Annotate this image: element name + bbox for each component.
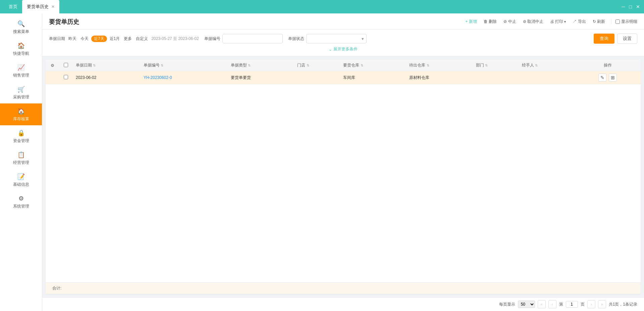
- col-handler[interactable]: 经手人 ⇅: [519, 60, 575, 71]
- sidebar-item-finance[interactable]: 🔒 资金管理: [0, 125, 42, 147]
- page-label: 页: [581, 302, 585, 307]
- page-number-input[interactable]: [566, 301, 578, 308]
- cancel-stop-button[interactable]: ⊘ 取消中止: [521, 17, 545, 26]
- row-doc-no-link[interactable]: YH-20230602-0: [144, 75, 172, 80]
- delete-button[interactable]: 🗑 删除: [482, 17, 499, 26]
- table-footer: 合计:: [46, 282, 641, 294]
- tab-history-label: 要货单历史: [27, 4, 49, 10]
- sort-dept-icon: ⇅: [485, 63, 488, 67]
- col-store[interactable]: 门店 ⇅: [294, 60, 340, 71]
- row-delete-button[interactable]: ⊞: [609, 74, 617, 82]
- page-first-button[interactable]: «: [538, 300, 546, 308]
- add-label: + 新增: [466, 19, 477, 25]
- tab-history[interactable]: 要货单历史 ✕: [22, 0, 59, 13]
- col-operations: 操作: [575, 60, 641, 71]
- page-last-button[interactable]: »: [598, 300, 606, 308]
- col-pending-warehouse[interactable]: 待出仓库 ⇅: [406, 60, 472, 71]
- table-row[interactable]: 2023-06-02 YH-20230602-0 要货单要货 车间库 原材料仓库: [46, 71, 641, 84]
- show-detail-toggle[interactable]: 显示明细: [615, 19, 637, 25]
- row-checkbox[interactable]: [64, 75, 68, 79]
- tab-close-icon[interactable]: ✕: [51, 4, 55, 9]
- table-area: ⚙ 单据日期 ⇅ 单据编号 ⇅: [46, 60, 641, 282]
- col-date[interactable]: 单据日期 ⇅: [72, 60, 140, 71]
- home-icon: 🏠: [17, 42, 25, 49]
- refresh-label: ↻ 刷新: [593, 19, 605, 25]
- sidebar-item-sales[interactable]: 📈 销售管理: [0, 60, 42, 82]
- col-doc-no[interactable]: 单据编号 ⇅: [140, 60, 227, 71]
- sidebar-item-system-label: 系统管理: [13, 204, 29, 209]
- status-filter: 单据状态: [288, 34, 367, 43]
- sidebar-item-system[interactable]: ⚙ 系统管理: [0, 191, 42, 213]
- sidebar-item-basic[interactable]: 📝 基础信息: [0, 169, 42, 191]
- page-input-label: 第: [559, 302, 563, 307]
- doc-no-label: 单据编号: [204, 36, 220, 42]
- sidebar-item-purchase[interactable]: 🛒 采购管理: [0, 82, 42, 103]
- sidebar: 🔍 搜索菜单 🏠 快捷导航 📈 销售管理 🛒 采购管理 🏠 库存核算 🔒 资金管…: [0, 13, 42, 311]
- status-select[interactable]: [306, 34, 367, 43]
- page-size-select[interactable]: 50 10 20 100: [518, 301, 535, 308]
- date-btn-custom[interactable]: 自定义: [135, 36, 149, 42]
- sidebar-item-nav[interactable]: 🏠 快捷导航: [0, 38, 42, 60]
- page-header: 要货单历史 + 新增 🗑 删除 ⊘ 中止 ⊘ 取消中止 🖨 打印 ▾: [42, 13, 644, 30]
- sort-pending-wh-icon: ⇅: [427, 63, 429, 67]
- stop-button[interactable]: ⊘ 中止: [501, 17, 518, 26]
- row-edit-button[interactable]: ✎: [598, 74, 606, 82]
- page-prev-button[interactable]: ‹: [548, 300, 556, 308]
- system-icon: ⚙: [18, 195, 24, 202]
- window-close[interactable]: ✕: [636, 4, 640, 9]
- sales-icon: 📈: [17, 64, 25, 71]
- sidebar-item-search[interactable]: 🔍 搜索菜单: [0, 16, 42, 38]
- operations-icon: 📋: [17, 151, 25, 159]
- date-btn-7days[interactable]: 近7天: [91, 36, 107, 42]
- query-button[interactable]: 查询: [594, 34, 614, 44]
- refresh-button[interactable]: ↻ 刷新: [591, 17, 607, 26]
- date-btn-yesterday[interactable]: 昨天: [67, 36, 78, 42]
- show-detail-checkbox[interactable]: [615, 19, 620, 24]
- main-layout: 🔍 搜索菜单 🏠 快捷导航 📈 销售管理 🛒 采购管理 🏠 库存核算 🔒 资金管…: [0, 13, 644, 311]
- print-button[interactable]: 🖨 打印 ▾: [548, 17, 568, 26]
- row-dept: [473, 71, 519, 84]
- select-all-checkbox[interactable]: [64, 63, 68, 67]
- row-doc-type: 要货单要货: [227, 71, 294, 84]
- settings-gear-icon[interactable]: ⚙: [51, 63, 54, 68]
- status-select-wrapper: [306, 34, 367, 43]
- top-bar: 首页 要货单历史 ✕ ─ □ ✕: [0, 0, 644, 13]
- col-req-warehouse[interactable]: 要货仓库 ⇅: [340, 60, 406, 71]
- expand-filter[interactable]: ⌄ 展开更多条件: [49, 46, 637, 52]
- add-button[interactable]: + 新增: [464, 17, 479, 26]
- date-btn-today[interactable]: 今天: [79, 36, 90, 42]
- col-dept[interactable]: 部门 ⇅: [473, 60, 519, 71]
- sort-store-icon: ⇅: [307, 63, 309, 67]
- col-doc-type[interactable]: 单据类型 ⇅: [227, 60, 294, 71]
- settings-button[interactable]: 设置: [617, 34, 637, 44]
- window-maximize[interactable]: □: [629, 4, 632, 9]
- toolbar: + 新增 🗑 删除 ⊘ 中止 ⊘ 取消中止 🖨 打印 ▾ ↗ 导出: [464, 17, 637, 29]
- sort-handler-icon: ⇅: [535, 63, 538, 67]
- search-icon: 🔍: [17, 20, 25, 28]
- status-label: 单据状态: [288, 36, 304, 42]
- row-settings-cell: [46, 71, 59, 84]
- window-minimize[interactable]: ─: [622, 4, 625, 9]
- sidebar-item-finance-label: 资金管理: [13, 138, 29, 144]
- export-button[interactable]: ↗ 导出: [571, 17, 588, 26]
- sort-doc-type-icon: ⇅: [248, 63, 251, 67]
- inner-content: ⚙ 单据日期 ⇅ 单据编号 ⇅: [46, 60, 641, 294]
- date-btn-1month[interactable]: 近1月: [108, 36, 121, 42]
- filter-row: 单据日期 昨天 今天 近7天 近1月 更多 自定义 2023-05-27 至 2…: [49, 34, 637, 44]
- date-btn-more[interactable]: 更多: [122, 36, 133, 42]
- row-doc-no: YH-20230602-0: [140, 71, 227, 84]
- purchase-icon: 🛒: [17, 86, 25, 93]
- col-dept-label: 部门: [476, 63, 484, 68]
- doc-no-input[interactable]: [222, 34, 283, 43]
- show-detail-label: 显示明细: [621, 19, 637, 25]
- toolbar-divider: [611, 19, 611, 25]
- sort-req-wh-icon: ⇅: [361, 63, 363, 67]
- sidebar-item-inventory[interactable]: 🏠 库存核算: [0, 103, 42, 125]
- page-next-button[interactable]: ›: [587, 300, 595, 308]
- header-row: ⚙ 单据日期 ⇅ 单据编号 ⇅: [46, 60, 641, 71]
- cancel-stop-label: ⊘ 取消中止: [523, 19, 543, 25]
- tab-home[interactable]: 首页: [4, 0, 22, 13]
- sidebar-item-operations[interactable]: 📋 经营管理: [0, 147, 42, 169]
- sidebar-item-purchase-label: 采购管理: [13, 94, 29, 100]
- pagination: 每页显示 50 10 20 100 « ‹ 第 页 › » 共1页，1条记录: [42, 297, 644, 311]
